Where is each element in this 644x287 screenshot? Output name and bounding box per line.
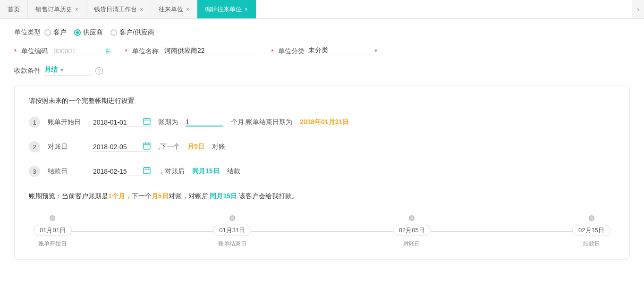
radio-group-unit-type: 客户 供应商 客户/供应商 xyxy=(44,28,154,37)
unit-code-input[interactable] xyxy=(51,46,103,56)
unit-name-input[interactable] xyxy=(162,46,257,56)
svg-rect-4 xyxy=(144,143,150,149)
step2-desc-highlight: 月5日 xyxy=(187,143,204,151)
step1-period-label: 账期为 xyxy=(158,118,178,127)
step3-date-input[interactable] xyxy=(93,168,140,175)
tab-sales-order-history-label: 销售订单历史 xyxy=(35,5,72,14)
preview-text: 账期预览：当前客户账期是1个月，下一个月5日对账，对账后 同月15日 该客户会给… xyxy=(29,190,615,202)
step1-end-date: 2018年01月31日 xyxy=(300,118,349,127)
radio-customer-label: 客户 xyxy=(53,28,67,37)
unit-category-value: 未分类 xyxy=(308,46,328,55)
step3-date-wrap xyxy=(93,167,151,176)
node-label-1: 01月01日 xyxy=(34,225,72,236)
step-num-3: 3 xyxy=(29,166,40,177)
timeline-node-4: 02月15日 结款日 xyxy=(572,215,610,248)
tab-edit-partner-label: 编辑往来单位 xyxy=(205,5,242,14)
required-star-name: * xyxy=(125,48,127,55)
unit-code-label: 单位编码 xyxy=(21,47,48,56)
node-sub-4: 结款日 xyxy=(583,240,600,248)
step3-calendar-icon[interactable] xyxy=(143,167,151,176)
preview-highlight2: 月5日 xyxy=(152,192,169,200)
form-group-unit-category: * 单位分类 未分类 ▾ xyxy=(271,46,379,56)
step2-calendar-icon[interactable] xyxy=(143,142,151,151)
node-sub-2: 账单结束日 xyxy=(218,240,246,248)
form-group-unit-type: 单位类型 客户 供应商 客户/供应商 xyxy=(14,28,154,37)
node-sub-1: 账单开始日 xyxy=(38,240,67,248)
tab-cash-reconciliation[interactable]: 钱货日清工作台 × xyxy=(86,0,151,19)
copy-icon[interactable]: ⎘ xyxy=(106,47,110,55)
step-label-2: 对账日 xyxy=(48,143,85,151)
step1-period-unit: 个月,账单结束日期为 xyxy=(231,118,292,127)
preview-suffix: 该客户会给我打款。 xyxy=(239,192,298,200)
radio-customer[interactable]: 客户 xyxy=(44,28,67,37)
unit-category-label: 单位分类 xyxy=(278,47,305,56)
radio-supplier-dot xyxy=(76,31,79,34)
payment-condition-value: 月结 xyxy=(44,66,58,74)
form-group-unit-name: * 单位名称 xyxy=(125,46,256,56)
node-label-2: 01月31日 xyxy=(213,225,251,236)
node-dot-2 xyxy=(229,215,235,221)
tab-home[interactable]: 首页 xyxy=(0,0,28,19)
tab-partner-units-close[interactable]: × xyxy=(186,6,189,13)
node-dot-1 xyxy=(50,215,55,221)
tab-cash-reconciliation-close[interactable]: × xyxy=(140,6,143,13)
node-dot-3 xyxy=(409,215,415,221)
step2-date-wrap xyxy=(93,142,151,152)
step-label-3: 结款日 xyxy=(48,167,85,176)
unit-category-dropdown[interactable]: 未分类 ▾ xyxy=(308,46,379,56)
required-star-code: * xyxy=(14,48,17,55)
radio-both-label: 客户/供应商 xyxy=(119,28,154,37)
svg-rect-0 xyxy=(144,118,150,125)
form-group-payment: 收款条件 月结 ▾ ? xyxy=(14,66,103,76)
unit-type-label: 单位类型 xyxy=(14,28,41,37)
chevron-right-icon: › xyxy=(637,5,639,14)
card-title: 请按照未来的一个完整帐期进行设置 xyxy=(29,97,615,105)
timeline-nodes: 01月01日 账单开始日 01月31日 账单结束日 02月05日 对账日 xyxy=(34,215,610,248)
tab-edit-partner[interactable]: 编辑往来单位 × xyxy=(197,0,256,19)
tab-cash-reconciliation-label: 钱货日清工作台 xyxy=(94,5,137,14)
node-label-3: 02月05日 xyxy=(393,225,431,236)
step3-desc-highlight: 同月15日 xyxy=(192,167,220,176)
timeline-node-2: 01月31日 账单结束日 xyxy=(213,215,251,248)
node-sub-3: 对账日 xyxy=(403,240,420,248)
tab-sales-order-history[interactable]: 销售订单历史 × xyxy=(28,0,86,19)
node-label-4: 02月15日 xyxy=(572,225,610,236)
required-star-category: * xyxy=(271,48,273,55)
step-label-1: 账单开始日 xyxy=(48,118,85,127)
radio-supplier-label: 供应商 xyxy=(83,28,103,37)
radio-both[interactable]: 客户/供应商 xyxy=(110,28,154,37)
step2-date-input[interactable] xyxy=(93,143,140,151)
chevron-down-icon: ▾ xyxy=(374,47,377,54)
tab-nav-arrow[interactable]: › xyxy=(632,0,644,18)
svg-rect-8 xyxy=(144,168,150,174)
step1-date-input[interactable] xyxy=(93,118,140,126)
radio-supplier-circle xyxy=(74,29,81,36)
payment-chevron-down-icon: ▾ xyxy=(60,67,63,73)
step3-desc-suffix: 结款 xyxy=(227,167,240,176)
step1-calendar-icon[interactable] xyxy=(143,118,151,127)
tab-home-label: 首页 xyxy=(8,5,20,14)
step-row-2: 2 对账日 ,下一个月5日对账 xyxy=(29,141,615,152)
preview-after: 对账，对账后 xyxy=(169,192,208,200)
help-icon[interactable]: ? xyxy=(95,67,103,75)
tab-partner-units[interactable]: 往来单位 × xyxy=(151,0,197,19)
step-row-3: 3 结款日 ，对账后同月15日结款 xyxy=(29,166,615,177)
tab-sales-order-history-close[interactable]: × xyxy=(75,6,78,13)
tab-partner-units-label: 往来单位 xyxy=(159,5,183,14)
timeline: 01月01日 账单开始日 01月31日 账单结束日 02月05日 对账日 xyxy=(29,215,615,248)
step1-period-input[interactable] xyxy=(186,118,223,127)
node-dot-4 xyxy=(589,215,594,221)
form-row-code-name: * 单位编码 ⎘ * 单位名称 * 单位分类 未分类 ▾ xyxy=(14,46,630,56)
tab-edit-partner-close[interactable]: × xyxy=(245,6,248,13)
settings-card: 请按照未来的一个完整帐期进行设置 1 账单开始日 账期为 个月,账单结束日期为 xyxy=(14,85,630,260)
radio-supplier[interactable]: 供应商 xyxy=(74,28,103,37)
page-content: 单位类型 客户 供应商 客户/供应商 xyxy=(0,19,644,287)
step3-desc-prefix: ，对账后 xyxy=(158,167,185,176)
preview-prefix: 账期预览：当前客户账期是 xyxy=(29,192,108,200)
payment-condition-dropdown[interactable]: 月结 ▾ xyxy=(44,66,92,76)
radio-both-circle xyxy=(110,29,117,36)
step-row-1: 1 账单开始日 账期为 个月,账单结束日期为 2018年01月31日 xyxy=(29,117,615,128)
preview-middle: 下一个 xyxy=(132,192,152,200)
step2-desc-suffix: 对账 xyxy=(212,143,225,151)
timeline-node-3: 02月05日 对账日 xyxy=(393,215,431,248)
